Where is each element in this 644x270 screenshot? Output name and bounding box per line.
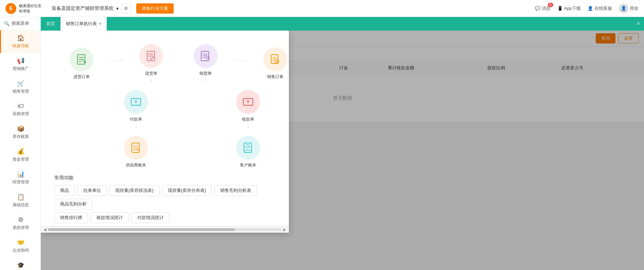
sales-order-icon (269, 53, 281, 66)
experience-btn[interactable]: 体验行业方案 (136, 3, 174, 14)
arrow-h-2: ← - - - - (233, 57, 248, 62)
scrollbar-track[interactable] (48, 228, 282, 231)
flow-col-supplier-ledger: 供应商账本 (109, 136, 163, 168)
common-functions-title: 常用功能 (54, 175, 275, 181)
logo-area: 6 畅康通好生意 标准版 (5, 3, 46, 14)
logo-text: 畅康通好生意 标准版 (19, 3, 41, 13)
flow-item-sales-order[interactable]: 销售订单 (248, 48, 302, 80)
flow-item-sales-bill[interactable]: 销货单 (178, 44, 233, 76)
func-btn-payment-stat[interactable]: 付款情况统计 (132, 212, 170, 223)
popup-scrollbar[interactable]: ◀ ▶ (41, 226, 289, 233)
flow-area: 进货订单 - - - - → (41, 31, 289, 175)
svg-rect-27 (137, 148, 139, 151)
flow-item-supplier-ledger[interactable]: 供应商账本 (109, 136, 163, 168)
sidebar-item-purchase[interactable]: 🏷 采购管理 (0, 98, 40, 121)
receipt-label: 收款单 (242, 116, 254, 122)
content-area: 首页 销售订单执行表 × × ❓ 帮助 🖨 按模板打印 ▾ (41, 17, 644, 270)
supplier-ledger-circle (124, 136, 148, 160)
svg-text:¥: ¥ (134, 99, 137, 104)
quick-nav-icon: 🏠 (17, 34, 24, 42)
online-service-button[interactable]: 👤 在线客服 (588, 5, 612, 12)
scroll-right-icon[interactable]: ▶ (282, 227, 288, 232)
sidebar-item-basic-info[interactable]: 📋 基础信息 (0, 189, 40, 212)
tab-home[interactable]: 首页 (41, 17, 60, 31)
sidebar: 🔍 搜索菜单 🏠 快捷导航 📢 营销推广 🛒 销售管理 🏷 采购管理 📦 库存核… (0, 17, 41, 270)
main-layout: 🔍 搜索菜单 🏠 快捷导航 📢 营销推广 🛒 销售管理 🏷 采购管理 📦 库存核… (0, 17, 644, 270)
tab-sales-order[interactable]: 销售订单执行表 × (60, 17, 107, 31)
payment-label: 付款单 (130, 116, 142, 122)
top-header: 6 畅康通好生意 标准版 装备及固定资产辅助管理系统 ▾ ⚙ 体验行业方案 💬 … (0, 0, 644, 17)
func-btn-receipt-stat[interactable]: 收款情况统计 (91, 212, 129, 223)
user-button[interactable]: 👤 用友 (619, 4, 639, 13)
flow-row-2: ¥ 付款单 ↓ (109, 90, 275, 129)
logo-icon: 6 (5, 3, 16, 14)
sidebar-item-sales[interactable]: 🛒 销售管理 (0, 76, 40, 98)
svg-point-29 (246, 145, 249, 148)
sidebar-item-marketing[interactable]: 📢 营销推广 (0, 53, 40, 76)
flow-item-customer-ledger[interactable]: 客户账本 (221, 136, 275, 168)
sales-order-circle (263, 48, 287, 71)
tab-close-all-button[interactable]: × (633, 21, 644, 27)
marketing-icon: 📢 (17, 57, 24, 65)
scroll-left-icon[interactable]: ◀ (42, 227, 48, 232)
system-title-area: 装备及固定资产辅助管理系统 ▾ ⚙ 体验行业方案 (52, 3, 535, 14)
basic-info-icon: 📋 (17, 193, 24, 201)
flow-col-receipt: ¥ 收款单 ↓ (221, 90, 275, 129)
sidebar-item-inventory[interactable]: 📦 库存核算 (0, 121, 40, 144)
flow-item-receipt[interactable]: ¥ 收款单 (221, 90, 275, 122)
app-download-button[interactable]: 📱 App下载 (557, 5, 581, 12)
purchase-order-label: 进货订单 (73, 74, 90, 80)
tab-close-button[interactable]: × (99, 21, 101, 26)
flow-item-purchase-bill[interactable]: 进货单 (124, 44, 178, 76)
scrollbar-thumb[interactable] (48, 228, 235, 231)
func-btn-sales-profit[interactable]: 销售毛利分析表 (214, 185, 257, 196)
flow-item-purchase-order[interactable]: 进货订单 (54, 48, 109, 80)
func-btn-stock-status[interactable]: 现存量(库存状况表) (109, 185, 159, 196)
sidebar-item-system[interactable]: ⚙ 系统管理 (0, 212, 40, 235)
supplier-ledger-icon (130, 142, 142, 154)
func-btn-sales-rank[interactable]: 销售排行榜 (54, 212, 88, 223)
finance-icon: 💰 (17, 148, 24, 155)
sidebar-item-operations[interactable]: 📊 经营管理 (0, 166, 40, 189)
sidebar-item-enterprise[interactable]: 🤝 企业协同 (0, 235, 40, 257)
sales-bill-circle (194, 44, 217, 68)
search-icon: 🔍 (4, 21, 10, 26)
arrow-v-4: ↓ (247, 123, 249, 128)
func-btn-product-profit[interactable]: 商品毛利分析 (54, 199, 92, 210)
download-icon: 📱 (557, 6, 563, 11)
flow-col-purchase-order: 进货订单 (54, 48, 109, 80)
page-content: ❓ 帮助 🖨 按模板打印 ▾ ⬆ 导出 🔄 刷新 查询 (41, 31, 644, 270)
sales-bill-icon (199, 50, 212, 62)
flow-col-payment: ¥ 付款单 ↓ (109, 90, 163, 129)
purchase-order-circle (70, 48, 93, 71)
purchase-order-icon (75, 53, 88, 66)
system-title-text: 装备及固定资产辅助管理系统 (52, 5, 114, 12)
flow-col-sales-order: 销售订单 (248, 48, 302, 80)
title-dropdown-icon[interactable]: ▾ (116, 6, 119, 11)
func-btn-partner[interactable]: 往来单位 (77, 185, 107, 196)
flow-col-purchase-bill: 进货单 ↓ (124, 44, 178, 83)
sidebar-item-finance[interactable]: 💰 资金管理 (0, 144, 40, 166)
customer-ledger-label: 客户账本 (240, 162, 256, 168)
sales-order-label: 销售订单 (267, 74, 283, 80)
operations-icon: 📊 (17, 170, 24, 178)
func-btn-stock-dist[interactable]: 现存量(库存分布表) (162, 185, 212, 196)
sidebar-item-newbie[interactable]: 🎓 新手引导 (0, 257, 40, 270)
service-icon: 👤 (588, 6, 593, 11)
flow-col-customer-ledger: 客户账本 (221, 136, 275, 168)
flow-row-3: 供应商账本 (109, 136, 275, 168)
func-btn-product[interactable]: 商品 (54, 185, 75, 196)
sidebar-item-quick-nav[interactable]: 🏠 快捷导航 (0, 30, 40, 53)
newbie-icon: 🎓 (17, 262, 24, 269)
sidebar-search[interactable]: 🔍 搜索菜单 (0, 17, 40, 30)
gear-button[interactable]: ⚙ (121, 4, 131, 13)
arrow-v-1: ↓ (150, 77, 153, 83)
purchase-icon: 🏷 (18, 103, 24, 110)
svg-rect-12 (206, 56, 210, 59)
payment-icon: ¥ (130, 96, 142, 108)
flow-item-payment[interactable]: ¥ 付款单 (109, 90, 163, 122)
receipt-icon: ¥ (242, 96, 254, 108)
message-button[interactable]: 💬 消息 5 (535, 5, 551, 12)
flow-row-1: 进货订单 - - - - → (54, 44, 275, 83)
receipt-circle: ¥ (236, 90, 260, 114)
